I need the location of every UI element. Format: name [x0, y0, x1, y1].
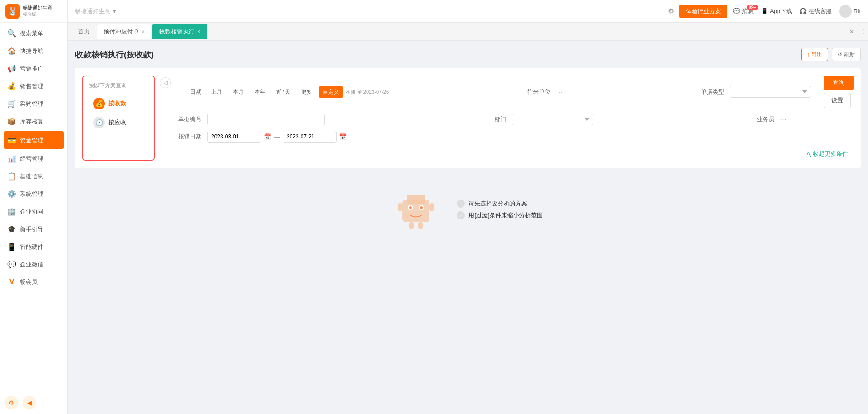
- filter-row-2: 单据编号 部门 业务员 ···: [176, 114, 854, 125]
- bill-type-label: 单据类型: [699, 88, 724, 96]
- filter-options-panel: 按以下方案查询 💰 按收款 🕐 按应收: [82, 76, 155, 161]
- sidebar-item-wechat[interactable]: 💬 企业微信: [0, 256, 67, 273]
- gear-icon: ⚙️: [7, 190, 16, 198]
- list-icon: 📋: [7, 172, 16, 181]
- date-sub-text: 不限 至 2023-07-26: [346, 89, 389, 95]
- industry-solution-button[interactable]: 体验行业方案: [679, 5, 727, 18]
- filter-option-by-receivable[interactable]: 🕐 按应收: [89, 113, 148, 132]
- dept-select[interactable]: [512, 114, 593, 125]
- export-button[interactable]: ↑ 导出: [801, 48, 828, 61]
- home-icon: 🏠: [7, 47, 16, 55]
- app-logo: 🐰 畅捷通好生意 标准版: [0, 0, 67, 23]
- dept-label: 部门: [481, 115, 506, 124]
- collapse-more-button[interactable]: ⋀ 收起更多条件: [801, 147, 854, 161]
- svg-point-4: [409, 206, 412, 209]
- filter-panel: 按以下方案查询 💰 按收款 🕐 按应收 ◁ 日期: [75, 68, 861, 168]
- download-icon: 📱: [761, 8, 768, 14]
- empty-illustration: [393, 186, 439, 233]
- settings-footer-icon[interactable]: ⚙: [5, 396, 18, 409]
- user-profile[interactable]: Rit: [839, 5, 861, 18]
- date-custom[interactable]: 自定义: [319, 86, 343, 98]
- clock-icon: 🕐: [93, 117, 105, 128]
- sidebar-item-hardware[interactable]: 📱 智能硬件: [0, 238, 67, 256]
- close-tab-icon[interactable]: ✕: [849, 28, 854, 35]
- expand-icon[interactable]: ⛶: [858, 28, 864, 35]
- date-last-month[interactable]: 上月: [207, 86, 226, 98]
- empty-tips: 1 请先选择要分析的方案 2 用[过滤]条件来缩小分析范围: [457, 198, 542, 221]
- card-icon: 💳: [7, 136, 16, 144]
- breadcrumb: 畅捷通好生意 ▾: [75, 7, 662, 15]
- date-options-group: 上月 本月 本年 近7天 更多 自定义 不限 至 2023-07-26: [207, 86, 389, 98]
- filter-rows: 日期 上月 本月 本年 近7天 更多 自定义 不限 至 2023-07-26 往…: [176, 76, 854, 143]
- sidebar-item-sales[interactable]: 💰 销售管理: [0, 77, 67, 95]
- filter-collapse-button[interactable]: ◁: [160, 77, 171, 88]
- date-more[interactable]: 更多: [297, 86, 316, 98]
- sidebar-item-member[interactable]: V 畅会员: [0, 273, 67, 290]
- filter-option-by-collect[interactable]: 💰 按收款: [89, 94, 148, 113]
- app-download-button[interactable]: 📱 App下载: [761, 7, 792, 15]
- phone-icon: 📱: [7, 243, 16, 251]
- counterpart-label: 往来单位: [525, 88, 551, 96]
- svg-rect-8: [409, 222, 414, 229]
- bill-no-label: 单据编号: [176, 115, 202, 124]
- refresh-button[interactable]: ↺ 刷新: [832, 48, 861, 61]
- sidebar-item-operation[interactable]: 📊 经营管理: [0, 150, 67, 167]
- money-icon: 💰: [7, 82, 16, 90]
- empty-state: 1 请先选择要分析的方案 2 用[过滤]条件来缩小分析范围: [75, 186, 861, 233]
- date-this-year[interactable]: 本年: [250, 86, 269, 98]
- verify-date-to-input[interactable]: 2023-07-21: [283, 131, 337, 143]
- sidebar-item-marketing[interactable]: 📢 营销推广: [0, 60, 67, 77]
- graduation-icon: 🎓: [7, 225, 16, 233]
- tab-close-prepay[interactable]: ×: [142, 29, 145, 35]
- tab-collect[interactable]: 收款核销执行 ×: [152, 24, 207, 39]
- sidebar-item-system[interactable]: ⚙️ 系统管理: [0, 185, 67, 203]
- sidebar-item-search[interactable]: 🔍 搜索菜单: [0, 24, 67, 42]
- filter-options-title: 按以下方案查询: [89, 82, 148, 90]
- tab-home[interactable]: 首页: [71, 24, 96, 39]
- avatar: [839, 5, 852, 18]
- salesperson-label: 业务员: [749, 115, 774, 124]
- sidebar-item-enterprise[interactable]: 🏢 企业协同: [0, 203, 67, 220]
- message-button[interactable]: 💬 消息 99+: [733, 7, 754, 15]
- sidebar: 🐰 畅捷通好生意 标准版 🔍 搜索菜单 🏠 快捷导航 📢 营销推广 💰 销售管理…: [0, 0, 68, 414]
- sidebar-item-finance[interactable]: 💳 资金管理: [4, 131, 64, 149]
- building-icon: 🏢: [7, 207, 16, 216]
- setting-button[interactable]: 设置: [824, 93, 851, 108]
- page-title-row: 收款核销执行(按收款) ↑ 导出 ↺ 刷新: [75, 48, 861, 61]
- tab-prepay[interactable]: 预付冲应付单 ×: [97, 24, 151, 39]
- collapse-sidebar-button[interactable]: ◀: [23, 396, 36, 409]
- sidebar-item-purchase[interactable]: 🛒 采购管理: [0, 95, 67, 113]
- date-last-7days[interactable]: 近7天: [272, 86, 294, 98]
- tab-close-collect[interactable]: ×: [197, 29, 200, 35]
- verify-date-from-input[interactable]: 2023-03-01: [207, 131, 261, 143]
- svg-rect-1: [407, 195, 425, 204]
- filter-fields: 日期 上月 本月 本年 近7天 更多 自定义 不限 至 2023-07-26 往…: [176, 76, 854, 161]
- megaphone-icon: 📢: [7, 64, 16, 73]
- sidebar-item-inventory[interactable]: 📦 库存核算: [0, 113, 67, 130]
- counterpart-dots: ···: [556, 87, 563, 97]
- filter-row-3: 核销日期 2023-03-01 📅 — 2023-07-21 📅: [176, 131, 854, 143]
- online-service-button[interactable]: 🎧 在线客服: [799, 7, 832, 15]
- sidebar-item-guide[interactable]: 🎓 新手引导: [0, 220, 67, 238]
- logo-text: 畅捷通好生意: [23, 5, 52, 11]
- page-title-actions: ↑ 导出 ↺ 刷新: [801, 48, 861, 61]
- query-button[interactable]: 查询: [824, 76, 854, 90]
- header-right: 💬 消息 99+ 📱 App下载 🎧 在线客服 Rit: [733, 5, 861, 18]
- sidebar-item-basic[interactable]: 📋 基础信息: [0, 167, 67, 185]
- query-buttons: 查询 设置: [824, 76, 854, 108]
- bill-type-select[interactable]: [730, 86, 811, 98]
- sidebar-item-quicknav[interactable]: 🏠 快捷导航: [0, 42, 67, 60]
- date-label: 日期: [176, 88, 202, 96]
- tab-bar: 首页 预付冲应付单 × 收款核销执行 × ✕ ⛶: [68, 23, 868, 41]
- settings-icon[interactable]: ⚙: [668, 7, 674, 15]
- content-area: 收款核销执行(按收款) ↑ 导出 ↺ 刷新 按以下方案查询 💰 按收款: [68, 41, 868, 414]
- calendar-from-icon[interactable]: 📅: [264, 133, 271, 140]
- calendar-to-icon[interactable]: 📅: [340, 133, 347, 140]
- logo-icon: 🐰: [5, 4, 20, 19]
- bill-no-input[interactable]: [207, 114, 325, 125]
- tip-item-1: 1 请先选择要分析的方案: [457, 198, 542, 209]
- date-this-month[interactable]: 本月: [229, 86, 248, 98]
- sidebar-nav: 🔍 搜索菜单 🏠 快捷导航 📢 营销推广 💰 销售管理 🛒 采购管理 📦 库存核…: [0, 23, 67, 391]
- chevron-down-icon[interactable]: ▾: [113, 8, 116, 14]
- headset-icon: 🎧: [799, 8, 807, 14]
